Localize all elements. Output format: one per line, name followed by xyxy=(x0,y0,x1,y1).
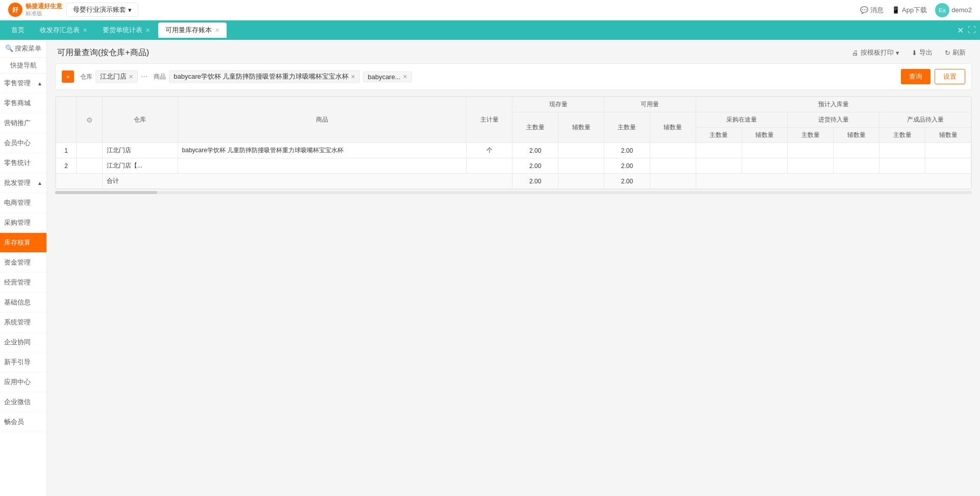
product-tag-text1: babycare学饮杯 儿童防摔防撞吸管杯重力球吸嘴杯宝宝水杯 xyxy=(174,72,349,81)
close-tab-btn[interactable]: ✕ xyxy=(957,26,964,35)
cell-unit xyxy=(467,158,512,174)
cell-gear xyxy=(77,143,103,158)
sidebar-label-finance-mgmt: 资金管理 xyxy=(4,258,31,267)
sidebar-item-inventory-audit[interactable]: 库存核算 xyxy=(0,233,46,253)
th-gear[interactable]: ⚙ xyxy=(77,97,103,143)
message-label: 消息 xyxy=(870,6,884,15)
sidebar-label-inventory-audit: 库存核算 xyxy=(4,238,31,247)
sidebar-label-member-vip: 畅会员 xyxy=(4,417,24,427)
content-area: 可用量查询(按仓库+商品) 🖨 按模板打印 ▾ ⬇ 导出 ↻ 刷新 » xyxy=(47,40,980,496)
tab-income-expense-close[interactable]: ✕ xyxy=(83,27,87,34)
th-available-aux: 辅数量 xyxy=(650,112,696,143)
industry-selector[interactable]: 母婴行业演示账套 ▾ xyxy=(66,3,138,17)
th-purchase-main: 主数量 xyxy=(696,128,742,143)
brand-name: 畅捷通好生意 xyxy=(26,3,62,10)
inventory-table: ⚙ 仓库 商品 主计量 现存量 可用量 预计入库量 主数量 辅数量 主数量 辅数… xyxy=(56,97,971,189)
sidebar-item-finance-mgmt[interactable]: 资金管理 xyxy=(0,253,46,273)
message-btn[interactable]: 💬 消息 xyxy=(860,6,884,15)
th-index xyxy=(56,97,77,143)
summary-planned xyxy=(696,174,971,189)
tab-order-stats-close[interactable]: ✕ xyxy=(145,27,150,34)
cell-production-main xyxy=(879,143,925,158)
sidebar-items-container: 零售管理▲零售商城营销推广会员中心零售统计批发管理▲电商管理采购管理库存核算资金… xyxy=(0,74,46,432)
sidebar-label-ecommerce-mgmt: 电商管理 xyxy=(4,198,31,207)
summary-current-aux xyxy=(558,174,604,189)
tab-inventory-ledger[interactable]: 可用量库存账本 ✕ xyxy=(158,22,227,38)
cell-production-aux xyxy=(925,143,971,158)
top-bar: 好 畅捷通好生意 标准版 母婴行业演示账套 ▾ 💬 消息 📱 App下载 Ea … xyxy=(0,0,980,20)
cell-purchase-aux xyxy=(742,143,788,158)
sidebar-item-retail-stats[interactable]: 零售统计 xyxy=(0,153,46,173)
tab-inventory-ledger-close[interactable]: ✕ xyxy=(215,27,219,34)
template-print-btn[interactable]: 🖨 按模板打印 ▾ xyxy=(848,46,903,59)
sidebar-item-wholesale-mgmt[interactable]: 批发管理▲ xyxy=(0,173,46,193)
industry-label: 母婴行业演示账套 xyxy=(73,5,126,14)
sidebar-item-member-vip[interactable]: 畅会员 xyxy=(0,412,46,432)
cell-current-aux xyxy=(558,143,604,158)
warehouse-more-btn[interactable]: ··· xyxy=(141,72,148,81)
nav-tabs-right: ✕ ⛶ xyxy=(957,26,976,35)
table-row: 1 江北门店 babycare学饮杯 儿童防摔防撞吸管杯重力球吸嘴杯宝宝水杯 个… xyxy=(56,143,971,158)
sidebar-label-app-center: 应用中心 xyxy=(4,377,31,387)
print-label: 按模板打印 xyxy=(861,48,894,57)
sidebar-item-app-center[interactable]: 应用中心 xyxy=(0,372,46,392)
sidebar-item-retail-mgmt[interactable]: 零售管理▲ xyxy=(0,74,46,93)
th-current-aux: 辅数量 xyxy=(558,112,604,143)
product-tag1-remove[interactable]: ✕ xyxy=(351,74,355,80)
maximize-btn[interactable]: ⛶ xyxy=(968,26,976,35)
export-btn[interactable]: ⬇ 导出 xyxy=(908,46,937,59)
tab-order-stats[interactable]: 要货单统计表 ✕ xyxy=(95,22,157,38)
refresh-btn[interactable]: ↻ 刷新 xyxy=(941,46,970,59)
sidebar-item-ecommerce-mgmt[interactable]: 电商管理 xyxy=(0,193,46,213)
sidebar-item-new-guide[interactable]: 新手引导 xyxy=(0,352,46,372)
th-purchase-aux: 辅数量 xyxy=(742,128,788,143)
sidebar-item-enterprise-collab[interactable]: 企业协同 xyxy=(0,333,46,352)
warehouse-label: 仓库 xyxy=(80,73,92,81)
cell-available-main: 2.00 xyxy=(604,143,650,158)
sidebar-item-operation-mgmt[interactable]: 经营管理 xyxy=(0,273,46,293)
tab-order-stats-label: 要货单统计表 xyxy=(103,26,142,35)
sidebar-item-purchase-mgmt[interactable]: 采购管理 xyxy=(0,213,46,233)
user-menu[interactable]: Ea demo2 xyxy=(935,3,972,17)
sidebar-item-marketing[interactable]: 营销推广 xyxy=(0,113,46,133)
product-tag2-remove[interactable]: ✕ xyxy=(403,74,407,80)
search-icon: 🔍 xyxy=(5,44,13,52)
summary-row: 合计 2.00 2.00 xyxy=(56,174,971,189)
page-title: 可用量查询(按仓库+商品) xyxy=(57,48,149,58)
sidebar-search[interactable]: 🔍 搜索菜单 xyxy=(0,40,46,58)
scrollbar-thumb[interactable] xyxy=(55,191,157,194)
sidebar-arrow-retail-mgmt: ▲ xyxy=(37,81,42,86)
sidebar-item-enterprise-wechat[interactable]: 企业微信 xyxy=(0,392,46,412)
export-label: 导出 xyxy=(919,48,933,57)
cell-warehouse: 江北门店【... xyxy=(103,158,178,174)
tab-inventory-ledger-label: 可用量库存账本 xyxy=(165,26,212,35)
app-download-btn[interactable]: 📱 App下载 xyxy=(892,6,927,15)
tab-income-expense-label: 收发存汇总表 xyxy=(40,26,80,35)
table-area: ⚙ 仓库 商品 主计量 现存量 可用量 预计入库量 主数量 辅数量 主数量 辅数… xyxy=(55,96,972,190)
sidebar-item-system-mgmt[interactable]: 系统管理 xyxy=(0,313,46,333)
cell-current-main: 2.00 xyxy=(512,158,558,174)
sidebar-item-basic-info[interactable]: 基础信息 xyxy=(0,293,46,313)
warehouse-tag-remove[interactable]: ✕ xyxy=(129,74,133,80)
sidebar-label-enterprise-collab: 企业协同 xyxy=(4,338,31,347)
sidebar-quick-nav[interactable]: 快捷导航 xyxy=(0,58,46,74)
th-current-stock: 现存量 xyxy=(512,97,604,112)
sidebar-item-retail-mall[interactable]: 零售商城 xyxy=(0,93,46,113)
top-bar-right: 💬 消息 📱 App下载 Ea demo2 xyxy=(860,3,972,17)
sidebar: 🔍 搜索菜单 快捷导航 零售管理▲零售商城营销推广会员中心零售统计批发管理▲电商… xyxy=(0,40,47,496)
setting-btn[interactable]: 设置 xyxy=(935,69,965,84)
cell-index: 2 xyxy=(56,158,77,174)
tab-home[interactable]: 首页 xyxy=(4,22,32,38)
query-btn[interactable]: 查询 xyxy=(901,69,930,84)
cell-incoming-main xyxy=(788,143,834,158)
scrollbar-track[interactable] xyxy=(55,191,972,194)
username-label: demo2 xyxy=(951,6,972,14)
filter-expand-btn[interactable]: » xyxy=(62,70,74,83)
sidebar-item-member-center[interactable]: 会员中心 xyxy=(0,133,46,153)
cell-incoming-aux xyxy=(834,158,879,174)
print-arrow-icon: ▾ xyxy=(896,49,899,57)
refresh-icon: ↻ xyxy=(945,49,950,57)
brand-info: 畅捷通好生意 标准版 xyxy=(26,3,62,17)
tab-income-expense[interactable]: 收发存汇总表 ✕ xyxy=(33,22,94,38)
sidebar-label-marketing: 营销推广 xyxy=(4,119,31,128)
